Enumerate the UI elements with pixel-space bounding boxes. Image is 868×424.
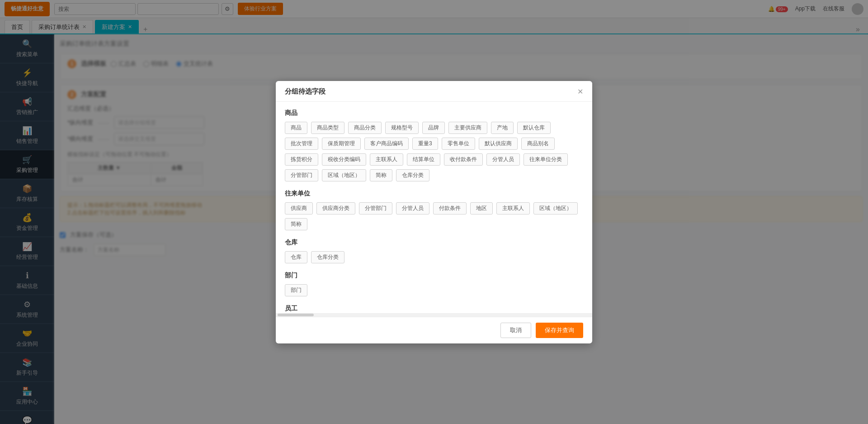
field-chip-0-15[interactable]: 拣货积分 xyxy=(285,153,318,166)
field-chip-0-19[interactable]: 收付款条件 xyxy=(444,153,483,166)
field-chip-1-0[interactable]: 供应商 xyxy=(285,202,313,214)
field-section-0: 商品商品商品类型商品分类规格型号品牌主要供应商产地默认仓库批次管理保质期管理客户… xyxy=(285,109,583,181)
field-chip-0-7[interactable]: 默认仓库 xyxy=(517,122,551,134)
field-chip-0-17[interactable]: 主联系人 xyxy=(370,153,403,166)
confirm-button[interactable]: 保存并查询 xyxy=(536,323,583,338)
field-chip-0-24[interactable]: 简称 xyxy=(370,169,392,181)
field-chip-0-9[interactable]: 保质期管理 xyxy=(322,138,361,150)
field-select-modal: 分组待选字段 ✕ 商品商品商品类型商品分类规格型号品牌主要供应商产地默认仓库批次… xyxy=(276,81,592,343)
field-chip-0-14[interactable]: 商品别名 xyxy=(521,138,555,150)
field-chips-3: 部门 xyxy=(285,284,583,296)
modal-footer: 取消 保存并查询 xyxy=(276,317,592,343)
field-chip-0-20[interactable]: 分管人员 xyxy=(486,153,520,166)
section-title-0: 商品 xyxy=(285,109,583,117)
field-chip-1-4[interactable]: 付款条件 xyxy=(433,202,467,214)
field-chip-0-2[interactable]: 商品分类 xyxy=(348,122,382,134)
cancel-button[interactable]: 取消 xyxy=(500,323,531,338)
field-chip-0-0[interactable]: 商品 xyxy=(285,122,307,134)
field-chip-0-16[interactable]: 税收分类编码 xyxy=(322,153,366,166)
field-chip-0-18[interactable]: 结算单位 xyxy=(407,153,440,166)
field-chip-0-6[interactable]: 产地 xyxy=(491,122,514,134)
field-section-1: 往来单位供应商供应商分类分管部门分管人员付款条件地区主联系人区域（地区）简称 xyxy=(285,190,583,230)
modal-hscroll[interactable] xyxy=(276,313,592,317)
field-chip-0-22[interactable]: 分管部门 xyxy=(285,169,318,181)
field-chip-0-11[interactable]: 重量3 xyxy=(412,138,438,150)
field-chip-0-10[interactable]: 客户商品编码 xyxy=(364,138,409,150)
field-chip-1-8[interactable]: 简称 xyxy=(285,218,307,230)
modal-close-button[interactable]: ✕ xyxy=(577,87,583,96)
field-chip-0-4[interactable]: 品牌 xyxy=(422,122,445,134)
section-title-1: 往来单位 xyxy=(285,190,583,198)
field-chip-0-23[interactable]: 区域（地区） xyxy=(322,169,366,181)
field-section-3: 部门部门 xyxy=(285,272,583,296)
hscroll-thumb xyxy=(278,314,314,316)
modal-header: 分组待选字段 ✕ xyxy=(276,81,592,102)
field-chips-0: 商品商品类型商品分类规格型号品牌主要供应商产地默认仓库批次管理保质期管理客户商品… xyxy=(285,122,583,181)
field-chips-2: 仓库仓库分类 xyxy=(285,251,583,263)
field-section-2: 仓库仓库仓库分类 xyxy=(285,238,583,263)
field-chip-0-1[interactable]: 商品类型 xyxy=(311,122,344,134)
modal-overlay: 分组待选字段 ✕ 商品商品商品类型商品分类规格型号品牌主要供应商产地默认仓库批次… xyxy=(0,0,868,424)
field-chip-1-3[interactable]: 分管人员 xyxy=(396,202,429,214)
field-chip-0-25[interactable]: 仓库分类 xyxy=(396,169,429,181)
field-chip-0-5[interactable]: 主要供应商 xyxy=(448,122,487,134)
field-chip-3-0[interactable]: 部门 xyxy=(285,284,307,296)
field-chip-1-1[interactable]: 供应商分类 xyxy=(316,202,355,214)
field-section-4: 员工业务员 xyxy=(285,305,583,313)
field-chips-1: 供应商供应商分类分管部门分管人员付款条件地区主联系人区域（地区）简称 xyxy=(285,202,583,230)
field-chip-1-6[interactable]: 主联系人 xyxy=(496,202,530,214)
field-chip-0-12[interactable]: 零售单位 xyxy=(442,138,475,150)
field-chip-1-2[interactable]: 分管部门 xyxy=(359,202,392,214)
field-chip-0-3[interactable]: 规格型号 xyxy=(385,122,419,134)
field-chip-0-13[interactable]: 默认供应商 xyxy=(479,138,518,150)
field-chip-2-1[interactable]: 仓库分类 xyxy=(311,251,344,263)
field-chip-0-8[interactable]: 批次管理 xyxy=(285,138,318,150)
field-chip-1-7[interactable]: 区域（地区） xyxy=(533,202,578,214)
section-title-2: 仓库 xyxy=(285,238,583,247)
field-chip-1-5[interactable]: 地区 xyxy=(470,202,493,214)
section-title-3: 部门 xyxy=(285,272,583,280)
modal-title: 分组待选字段 xyxy=(285,87,326,96)
section-title-4: 员工 xyxy=(285,305,583,313)
field-chip-0-21[interactable]: 往来单位分类 xyxy=(524,153,568,166)
modal-body: 商品商品商品类型商品分类规格型号品牌主要供应商产地默认仓库批次管理保质期管理客户… xyxy=(276,102,592,313)
field-chip-2-0[interactable]: 仓库 xyxy=(285,251,307,263)
